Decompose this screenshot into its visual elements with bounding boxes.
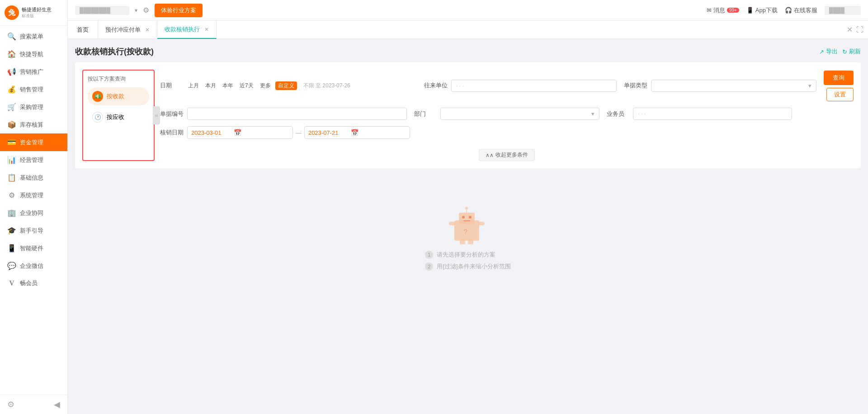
page-header: 收款核销执行(按收款) ↗ 导出 ↻ 刷新: [75, 46, 861, 57]
download-icon: 📱: [746, 7, 754, 14]
staff-select[interactable]: ···: [633, 108, 792, 120]
sidebar-item-label: 畅会员: [20, 279, 38, 287]
tab-expand-icon[interactable]: ⛶: [856, 26, 863, 34]
svg-point-3: [469, 216, 472, 219]
verify-date-end-wrap[interactable]: 📅: [304, 126, 410, 139]
sidebar-item-label: 新手引导: [20, 227, 43, 235]
sidebar-item-purchase[interactable]: 🛒 采购管理: [0, 98, 67, 116]
brand-edition: 标准版: [22, 13, 52, 19]
partner-label: 往来单位: [424, 81, 448, 90]
sidebar-item-inventory[interactable]: 📦 库存核算: [0, 116, 67, 133]
guide-icon: 🎓: [7, 226, 16, 235]
sidebar-item-basic[interactable]: 📋 基础信息: [0, 169, 67, 186]
verify-date-start-wrap[interactable]: 📅: [187, 126, 293, 139]
filter-by-receivable[interactable]: 🕐 按应收: [88, 108, 149, 126]
tab-home[interactable]: 首页: [68, 21, 98, 39]
topbar: ████████ ▾ ⚙ 体验行业方案 ✉ 消息 99+ 📱 App下载 🎧 在…: [68, 0, 868, 21]
export-label: 导出: [826, 48, 838, 56]
page-actions: ↗ 导出 ↻ 刷新: [819, 48, 861, 56]
sidebar-item-capital[interactable]: 💳 资金管理: [0, 133, 67, 151]
collapse-sidebar-icon[interactable]: ◀: [54, 400, 60, 409]
svg-rect-9: [460, 240, 465, 244]
sidebar-item-marketing[interactable]: 📢 营销推广: [0, 63, 67, 81]
export-btn[interactable]: ↗ 导出: [819, 48, 838, 56]
doc-no-input[interactable]: [187, 108, 407, 120]
svg-point-2: [462, 216, 465, 219]
dept-select[interactable]: ▾: [440, 108, 599, 120]
tab-collection[interactable]: 收款核销执行 ✕: [157, 21, 217, 39]
date-range-verify: 📅 — 📅: [187, 126, 410, 139]
date-range-display: 不限 至 2023-07-26: [303, 82, 350, 90]
verify-date-start-input[interactable]: [191, 129, 232, 136]
date-last-month-btn[interactable]: 上月: [186, 81, 201, 90]
member-icon: V: [7, 279, 16, 287]
filter-area: 按以下方案查询 💵 按收款 🕐 按应收 ‹‹ 日期: [75, 62, 861, 168]
message-btn[interactable]: ✉ 消息 99+: [707, 6, 739, 14]
topbar-gear-icon[interactable]: ⚙: [143, 6, 149, 14]
sidebar-item-enterprise[interactable]: 🏢 企业协同: [0, 204, 67, 222]
app-download-btn[interactable]: 📱 App下载: [746, 6, 778, 14]
date-more-btn[interactable]: 更多: [258, 81, 273, 90]
collection-icon: 💵: [92, 91, 103, 102]
filter-by-collection[interactable]: 💵 按收款: [88, 87, 149, 105]
tab-close-all-icon[interactable]: ✕: [847, 25, 853, 34]
partner-select[interactable]: ···: [451, 80, 617, 92]
online-service-btn[interactable]: 🎧 在线客服: [785, 6, 817, 14]
filter-sidebar-toggle[interactable]: ‹‹: [153, 106, 160, 124]
sidebar-item-member[interactable]: V 畅会员: [0, 275, 67, 292]
collapse-btn[interactable]: ∧∧ 收起更多条件: [479, 149, 535, 161]
doc-type-select[interactable]: ▾: [651, 80, 816, 92]
verify-date-end-input[interactable]: [308, 129, 349, 136]
robot-svg: ?: [445, 205, 491, 245]
topbar-industry-btn[interactable]: 体验行业方案: [155, 4, 203, 17]
filter-sidebar-title: 按以下方案查询: [88, 75, 149, 83]
topbar-dropdown-arrow[interactable]: ▾: [135, 7, 137, 14]
verify-date-label: 核销日期: [160, 128, 184, 137]
logo-icon: 兔: [5, 5, 19, 20]
tab-prepay-close[interactable]: ✕: [145, 27, 150, 33]
sidebar-item-wechat[interactable]: 💬 企业微信: [0, 257, 67, 275]
service-icon: 🎧: [785, 7, 792, 14]
sidebar-item-quick-nav[interactable]: 🏠 快捷导航: [0, 45, 67, 63]
tab-collection-close[interactable]: ✕: [204, 26, 209, 33]
filter-buttons: 查询 设置: [824, 70, 854, 101]
calendar-end-icon: 📅: [351, 129, 359, 136]
date-this-year-btn[interactable]: 本年: [221, 81, 235, 90]
sidebar-item-sales[interactable]: 💰 销售管理: [0, 81, 67, 98]
query-btn[interactable]: 查询: [824, 71, 854, 85]
sidebar-item-label: 企业协同: [20, 209, 43, 217]
sidebar-item-guide[interactable]: 🎓 新手引导: [0, 222, 67, 239]
app-download-label: App下载: [755, 6, 778, 14]
staff-label: 业务员: [607, 110, 629, 118]
date-last-7days-btn[interactable]: 近7天: [238, 81, 255, 90]
settings-footer-icon[interactable]: ⚙: [7, 400, 14, 409]
topbar-brand: ████████: [75, 6, 129, 15]
dept-label: 部门: [414, 110, 437, 118]
sidebar-item-hardware[interactable]: 📱 智能硬件: [0, 239, 67, 257]
main-area: ████████ ▾ ⚙ 体验行业方案 ✉ 消息 99+ 📱 App下载 🎧 在…: [68, 0, 868, 414]
sidebar-item-business[interactable]: 📊 经营管理: [0, 151, 67, 169]
message-label: 消息: [713, 6, 725, 14]
sidebar-item-label: 资金管理: [20, 138, 43, 147]
date-custom-tag[interactable]: 自定义: [275, 81, 297, 90]
message-badge: 99+: [727, 8, 739, 13]
date-field: 日期 上月 本月 本年 近7天 更多 自定义 不限 至 2023-07-26: [160, 81, 417, 90]
refresh-btn[interactable]: ↻ 刷新: [842, 48, 861, 56]
tab-home-label: 首页: [77, 26, 89, 34]
collapse-icon: ∧∧: [486, 152, 494, 158]
doc-type-label: 单据类型: [624, 81, 647, 90]
receivable-icon: 🕐: [92, 112, 103, 123]
tab-prepay[interactable]: 预付冲应付单 ✕: [98, 21, 157, 39]
sidebar-item-label: 智能硬件: [20, 244, 43, 252]
sidebar-item-search-menu[interactable]: 🔍 搜索菜单: [0, 28, 67, 45]
date-this-month-btn[interactable]: 本月: [203, 81, 218, 90]
tip-text-2: 用[过滤]条件来缩小分析范围: [437, 262, 510, 271]
settings-btn[interactable]: 设置: [826, 88, 854, 101]
refresh-label: 刷新: [849, 48, 861, 56]
sidebar-logo: 兔 畅捷通好生意 标准版: [0, 0, 67, 26]
filter-row-1: 日期 上月 本月 本年 近7天 更多 自定义 不限 至 2023-07-26 往…: [160, 70, 854, 101]
sidebar-item-system[interactable]: ⚙ 系统管理: [0, 186, 67, 204]
search-menu-icon: 🔍: [7, 32, 16, 41]
doc-no-label: 单据编号: [160, 110, 184, 118]
online-service-label: 在线客服: [794, 6, 817, 14]
